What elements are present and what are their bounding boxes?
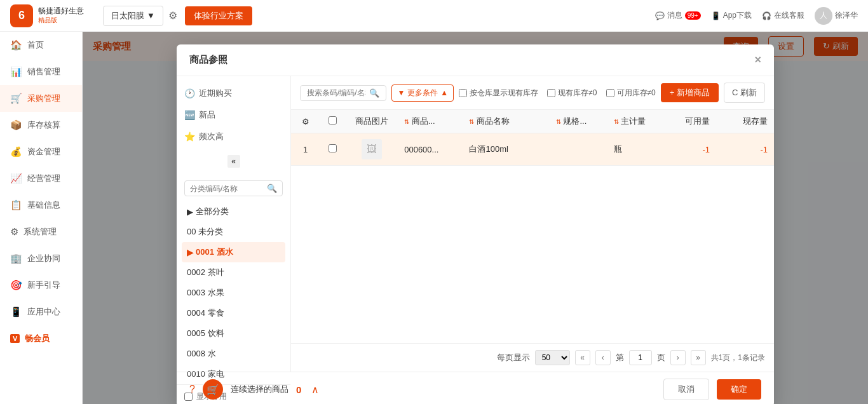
stock-nonzero-input[interactable]: [547, 89, 555, 97]
category-item-00[interactable]: 00 未分类: [182, 222, 285, 242]
apps-icon: 📱: [10, 306, 22, 318]
category-list: ▶ 全部分类 00 未分类 ▶ 0001 酒水 0002 茶: [177, 201, 290, 384]
search-icon[interactable]: 🔍: [369, 88, 379, 98]
app-download-item[interactable]: 📱 App下载: [711, 10, 752, 21]
col-header-name[interactable]: ⇅ 商品名称: [463, 110, 549, 133]
filter-collapse-icon: ▲: [440, 88, 448, 97]
modal-right-panel: 🔍 ▼ 更多条件 ▲ 按仓库显示现有库存: [291, 76, 774, 372]
first-page-button[interactable]: «: [575, 350, 590, 365]
col-header-settings[interactable]: ⚙: [291, 110, 320, 133]
sidebar-item-basic[interactable]: 📋 基础信息: [0, 192, 82, 219]
next-page-button[interactable]: ›: [670, 350, 686, 365]
star-icon: ⭐: [184, 131, 195, 142]
chevron-down-icon: ▼: [147, 11, 155, 20]
sidebar-item-inventory[interactable]: 📦 库存核算: [0, 112, 82, 138]
col-header-spec[interactable]: ⇅ 规格...: [550, 110, 607, 133]
filter-checkboxes: 按仓库显示现有库存 现有库存≠0 可用库存≠0: [459, 88, 656, 98]
member-icon: V: [10, 334, 20, 343]
modal-toolbar: 🔍 ▼ 更多条件 ▲ 按仓库显示现有库存: [291, 76, 774, 110]
avail-nonzero-input[interactable]: [606, 89, 614, 97]
product-search-input[interactable]: [307, 88, 365, 97]
sort-icon-code: ⇅: [404, 118, 409, 125]
warehouse-display-input[interactable]: [459, 89, 467, 97]
category-item-0005[interactable]: 0005 饮料: [182, 323, 285, 344]
new-product-item[interactable]: 🆕 新品: [177, 104, 290, 126]
per-page-select[interactable]: 20 50 100: [535, 350, 570, 365]
select-all-checkbox[interactable]: [329, 116, 337, 125]
footer-collapse-icon[interactable]: ∧: [311, 384, 319, 396]
frequent-item[interactable]: ⭐ 频次高: [177, 126, 290, 147]
sidebar-item-system[interactable]: ⚙ 系统管理: [0, 219, 82, 245]
prev-page-button[interactable]: ‹: [595, 350, 611, 365]
pagination-bar: 每页显示 20 50 100 « ‹ 第 页 ›: [291, 343, 774, 372]
sidebar-item-guide[interactable]: 🎯 新手引导: [0, 272, 82, 299]
guide-icon: 🎯: [10, 279, 22, 291]
category-item-0003[interactable]: 0003 水果: [182, 283, 285, 303]
row-code: 000600...: [398, 133, 463, 166]
category-item-0002[interactable]: 0002 茶叶: [182, 262, 285, 283]
sidebar-item-apps[interactable]: 📱 应用中心: [0, 299, 82, 325]
col-header-code[interactable]: ⇅ 商品...: [398, 110, 463, 133]
logo-area: 6 畅捷通好生意 精品版: [10, 4, 93, 27]
recent-purchase-item[interactable]: 🕐 近期购买: [177, 83, 290, 104]
system-icon: ⚙: [10, 226, 18, 238]
layout: 🏠 首页 📊 销售管理 🛒 采购管理 📦 库存核算 💰 资金管理 📈 经营管理 …: [0, 32, 868, 404]
refresh-button[interactable]: C 刷新: [724, 83, 765, 103]
avail-nonzero-checkbox[interactable]: 可用库存≠0: [606, 88, 656, 98]
main-area: 采购管理 查询 设置 ↻ 刷新 商品参照 × 🕐: [83, 32, 868, 404]
category-item-0008[interactable]: 0008 水: [182, 344, 285, 364]
messages-nav-item[interactable]: 💬 消息 99+: [655, 10, 701, 21]
sidebar-item-ops[interactable]: 📈 经营管理: [0, 165, 82, 192]
collapse-panel-button[interactable]: «: [227, 155, 240, 168]
page-number-input[interactable]: [629, 350, 652, 365]
row-checkbox[interactable]: [329, 144, 337, 152]
gear-icon[interactable]: ⚙: [168, 10, 177, 22]
row-checkbox-cell: [320, 133, 346, 166]
logo-sub: 精品版: [38, 16, 84, 25]
category-item-all[interactable]: ▶ 全部分类: [182, 201, 285, 222]
selected-label: 连续选择的商品: [231, 384, 288, 395]
avatar: 人: [815, 7, 832, 25]
sidebar-item-finance[interactable]: 💰 资金管理: [0, 138, 82, 165]
phone-icon: 📱: [711, 11, 721, 20]
filter-icon: ▼: [397, 88, 405, 97]
sidebar-item-purchase[interactable]: 🛒 采购管理: [0, 85, 82, 112]
cart-icon[interactable]: 🛒: [203, 379, 223, 400]
sidebar-item-sales[interactable]: 📊 销售管理: [0, 58, 82, 85]
sales-icon: 📊: [10, 66, 22, 77]
home-icon: 🏠: [10, 39, 22, 51]
table-row[interactable]: 1 🖼: [291, 133, 774, 166]
more-filter-button[interactable]: ▼ 更多条件 ▲: [391, 84, 454, 102]
logo-text: 畅捷通好生意: [38, 6, 84, 17]
add-product-button[interactable]: + 新增商品: [661, 83, 719, 102]
modal-close-button[interactable]: ×: [754, 53, 761, 67]
user-area[interactable]: 人 徐泽华: [815, 7, 858, 25]
warehouse-display-checkbox[interactable]: 按仓库显示现有库存: [459, 88, 538, 98]
product-reference-modal: 商品参照 × 🕐 近期购买 🆕 新品: [177, 44, 774, 404]
category-search-input[interactable]: [190, 184, 267, 193]
cancel-button[interactable]: 取消: [663, 379, 709, 400]
sort-icon-spec: ⇅: [556, 118, 561, 125]
sort-icon-unit: ⇅: [614, 118, 619, 125]
sidebar-item-home[interactable]: 🏠 首页: [0, 32, 82, 58]
category-search-box: 🔍: [184, 180, 283, 196]
row-num: 1: [291, 133, 320, 166]
col-header-avail: 可用量: [658, 110, 716, 133]
top-nav: 6 畅捷通好生意 精品版 日太阳膜 ▼ ⚙ 体验行业方案 💬 消息 99+ 📱 …: [0, 0, 868, 32]
inventory-icon: 📦: [10, 119, 22, 131]
customer-service-item[interactable]: 🎧 在线客服: [762, 10, 804, 21]
category-search-icon[interactable]: 🔍: [267, 184, 277, 193]
finance-icon: 💰: [10, 146, 22, 158]
trial-button[interactable]: 体验行业方案: [185, 6, 252, 25]
last-page-button[interactable]: »: [691, 350, 706, 365]
category-item-0004[interactable]: 0004 零食: [182, 303, 285, 323]
confirm-button[interactable]: 确定: [717, 379, 761, 400]
help-icon[interactable]: ?: [189, 384, 195, 395]
nav-selector[interactable]: 日太阳膜 ▼: [103, 6, 163, 26]
stock-nonzero-checkbox[interactable]: 现有库存≠0: [547, 88, 597, 98]
sidebar-item-member[interactable]: V 畅会员: [0, 325, 82, 352]
col-header-unit[interactable]: ⇅ 主计量: [607, 110, 658, 133]
category-item-0001[interactable]: ▶ 0001 酒水: [182, 242, 285, 262]
sidebar-item-enterprise[interactable]: 🏢 企业协同: [0, 245, 82, 272]
product-table: ⚙ 商品图片 ⇅ 商品...: [291, 110, 774, 166]
